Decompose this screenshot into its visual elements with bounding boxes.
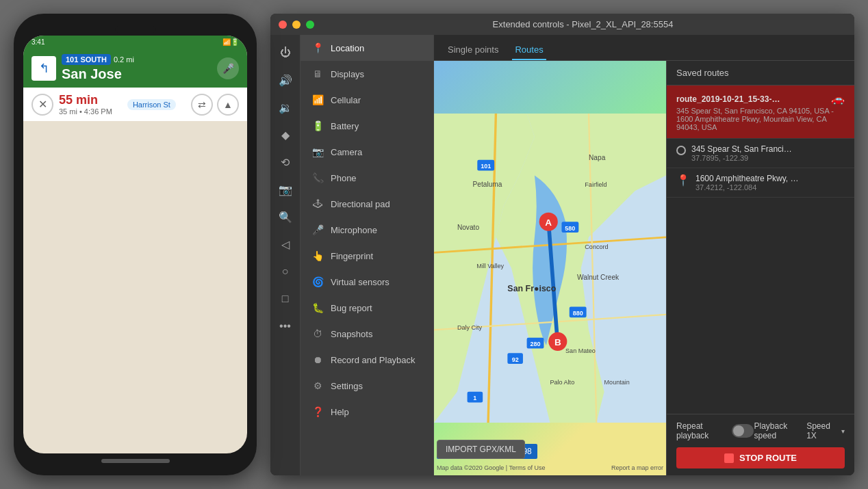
sidebar-item-bug-report[interactable]: 🐛 Bug report: [301, 295, 433, 321]
repeat-playback-toggle[interactable]: [732, 424, 754, 438]
nav-distance: 0.2 mi: [114, 55, 134, 64]
route-address: 345 Spear St, San Francisco, CA 94105, U…: [676, 107, 845, 131]
screenshot-icon[interactable]: 📷: [273, 177, 298, 202]
sidebar-item-label-cellular: Cellular: [331, 95, 361, 105]
map-svg: A B Petaluma Napa Fairfield Novato Conco…: [434, 61, 666, 475]
sidebar-item-record-playback[interactable]: ⏺ Record and Playback: [301, 347, 433, 373]
waypoint-end-pin: 📍: [676, 174, 690, 187]
sidebar-item-snapshots[interactable]: ⏱ Snapshots: [301, 321, 433, 347]
home-icon[interactable]: ○: [273, 259, 298, 284]
sidebar-item-displays[interactable]: 🖥 Displays: [301, 61, 433, 87]
power-icon[interactable]: ⏻: [273, 40, 298, 65]
sidebar-item-cellular[interactable]: 📶 Cellular: [301, 87, 433, 113]
sidebar-item-virtual-sensors[interactable]: 🌀 Virtual sensors: [301, 269, 433, 295]
stop-route-button[interactable]: STOP ROUTE: [676, 447, 845, 468]
nav-mic-button[interactable]: 🎤: [217, 57, 239, 79]
svg-text:101: 101: [481, 163, 491, 170]
svg-text:Concord: Concord: [585, 243, 608, 250]
report-map-error-link[interactable]: Report a map error: [611, 464, 663, 471]
minimize-window-button[interactable]: [292, 21, 301, 29]
route-options-button[interactable]: ⇄: [191, 94, 213, 116]
toggle-knob: [733, 425, 744, 436]
maximize-window-button[interactable]: [306, 21, 314, 29]
route-badge: 101 SOUTH: [62, 54, 111, 65]
turn-icon: ↰: [31, 56, 56, 81]
icon-sidebar: ⏻ 🔊 🔉 ◆ ⟲ 📷 🔍 ◁ ○ □ •••: [270, 35, 301, 475]
waypoint-item-end: 📍 1600 Amphitheatre Pkwy, … 37.4212, -12…: [667, 168, 854, 198]
sidebar-item-camera[interactable]: 📷 Camera: [301, 139, 433, 165]
eta-details: 35 mi • 4:36 PM: [59, 107, 112, 116]
saved-routes-header: Saved routes: [667, 61, 854, 85]
close-navigation-button[interactable]: ✕: [31, 94, 53, 116]
zoom-in-icon[interactable]: 🔍: [273, 204, 298, 229]
svg-text:Palo Alto: Palo Alto: [550, 379, 575, 386]
waypoint-start-coords: 37.7895, -122.39: [691, 154, 845, 162]
sidebar-item-label-record-playback: Record and Playback: [331, 355, 416, 365]
back-icon[interactable]: ◁: [273, 232, 298, 256]
sidebar-item-directional-pad[interactable]: 🕹 Directional pad: [301, 191, 433, 217]
svg-text:580: 580: [565, 225, 575, 232]
import-gpx-kml-button[interactable]: IMPORT GPX/KML: [437, 440, 525, 459]
record-icon: ⏺: [311, 354, 324, 365]
sidebar-item-settings[interactable]: ⚙ Settings: [301, 373, 433, 399]
speed-select-dropdown[interactable]: Speed 1X ▾: [806, 421, 845, 440]
extended-controls-window: Extended controls - Pixel_2_XL_API_28:55…: [270, 14, 854, 475]
phone-home-bar: [101, 459, 170, 463]
tab-single-points[interactable]: Single points: [445, 40, 501, 60]
route-item[interactable]: route_2019-10-21_15-33-… 🚗 345 Spear St,…: [667, 85, 854, 139]
map-panel: A B Petaluma Napa Fairfield Novato Conco…: [434, 61, 666, 475]
waypoint-end-info: 1600 Amphitheatre Pkwy, … 37.4212, -122.…: [695, 174, 845, 191]
sidebar-item-help[interactable]: ❓ Help: [301, 399, 433, 425]
destination-label: Harrison St: [127, 99, 176, 110]
expand-button[interactable]: ▲: [217, 94, 239, 116]
fingerprint-icon: 👆: [311, 250, 324, 261]
bottom-buttons: ⇄ ▲: [191, 94, 239, 116]
stop-icon: [724, 453, 734, 463]
svg-text:San Mateo: San Mateo: [565, 347, 596, 354]
svg-text:280: 280: [530, 341, 540, 347]
waypoint-end-coords: 37.4212, -122.084: [695, 183, 845, 191]
microphone-icon: 🎤: [311, 224, 324, 235]
speed-chevron-icon: ▾: [841, 427, 845, 435]
sidebar-item-label-bug-report: Bug report: [331, 303, 372, 313]
svg-text:Napa: Napa: [589, 154, 606, 161]
sidebar-item-label-dpad: Directional pad: [331, 199, 390, 209]
rotate-icon[interactable]: ⟲: [273, 150, 298, 174]
status-bar: 3:41 📶🔋: [23, 36, 247, 49]
waypoint-item-start: 345 Spear St, San Franci… 37.7895, -122.…: [667, 139, 854, 168]
status-time: 3:41: [31, 38, 44, 46]
sidebar-item-label-phone: Phone: [331, 173, 357, 183]
sidebar-item-label-settings: Settings: [331, 381, 363, 391]
volume-down-icon[interactable]: 🔉: [273, 95, 298, 120]
snapshots-icon: ⏱: [311, 328, 324, 339]
route-name: route_2019-10-21_15-33-…: [676, 94, 780, 104]
tab-routes[interactable]: Routes: [512, 40, 546, 60]
sidebar-item-battery[interactable]: 🔋 Battery: [301, 113, 433, 139]
sidebar-item-phone[interactable]: 📞 Phone: [301, 165, 433, 191]
phone-screen: 3:41 📶🔋 ↰ 101 SOUTH 0.2 mi San Jose 🎤: [23, 36, 247, 453]
svg-text:Daly City: Daly City: [457, 324, 483, 331]
dpad-icon: 🕹: [311, 198, 324, 209]
svg-text:1: 1: [473, 395, 476, 401]
sidebar-item-location[interactable]: 📍 Location: [301, 35, 433, 61]
car-icon: 🚗: [831, 92, 845, 105]
sidebar-item-fingerprint[interactable]: 👆 Fingerprint: [301, 243, 433, 269]
nav-street: San Jose: [62, 66, 134, 82]
sidebar-item-label-battery: Battery: [331, 121, 359, 131]
sidebar-item-label-camera: Camera: [331, 147, 362, 157]
map-display[interactable]: A B Petaluma Napa Fairfield Novato Conco…: [434, 61, 666, 475]
diamond-icon[interactable]: ◆: [273, 122, 298, 147]
close-window-button[interactable]: [279, 21, 287, 29]
window-title: Extended controls - Pixel_2_XL_API_28:55…: [320, 19, 846, 29]
square-icon[interactable]: □: [273, 287, 298, 311]
status-icons: 📶🔋: [222, 38, 239, 46]
sidebar-item-microphone[interactable]: 🎤 Microphone: [301, 217, 433, 243]
cellular-icon: 📶: [311, 94, 324, 105]
more-icon[interactable]: •••: [273, 314, 298, 339]
volume-up-icon[interactable]: 🔊: [273, 68, 298, 92]
main-content: Single points Routes: [434, 35, 854, 475]
settings-icon: ⚙: [311, 380, 324, 391]
sidebar-item-label-fingerprint: Fingerprint: [331, 251, 373, 261]
speed-value: Speed 1X: [806, 421, 839, 440]
map-attribution: Map data ©2020 Google | Terms of Use: [437, 464, 545, 471]
